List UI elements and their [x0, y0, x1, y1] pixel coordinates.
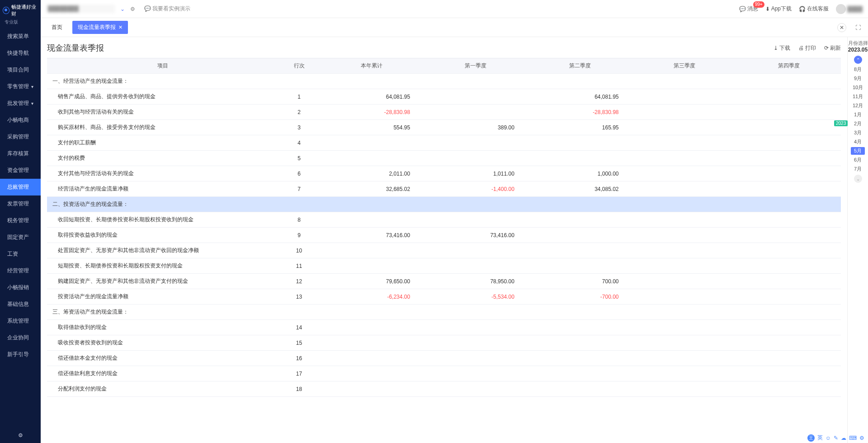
ime-bar: 王 英 ☺ ✎ ☁ ⌨ ⚙ [807, 434, 864, 442]
chat-icon: 💬 [144, 5, 151, 12]
table-row: 收到其他与经营活动有关的现金2-28,830.98-28,830.98 [47, 105, 841, 120]
close-all-tabs-button[interactable]: ✕ [837, 23, 846, 32]
fullscreen-icon[interactable]: ⛶ [854, 23, 863, 32]
gear-icon[interactable]: ⚙ [130, 6, 135, 12]
download-button[interactable]: ⤓下载 [774, 44, 790, 52]
table-row: 取得借款收到的现金14 [47, 320, 841, 335]
col-header: 第二季度 [528, 58, 632, 74]
month-option[interactable]: 1月 [851, 111, 865, 119]
table-row: 一、经营活动产生的现金流量： [47, 74, 841, 89]
col-header: 第一季度 [424, 58, 528, 74]
sidebar-item-8[interactable]: 资金管理 [0, 162, 41, 179]
sidebar-item-2[interactable]: 项目合同 [0, 62, 41, 78]
sidebar-item-9[interactable]: 总账管理 [0, 179, 41, 195]
month-label: 月份选择 [848, 40, 868, 47]
month-option[interactable]: 10月 [851, 84, 865, 91]
download-icon: ⤓ [774, 45, 778, 51]
month-option[interactable]: 4月 [851, 138, 865, 146]
sidebar-item-10[interactable]: 发票管理 [0, 195, 41, 212]
nav-menu: 搜索菜单快捷导航项目合同零售管理▾批发管理▾小畅电商采购管理库存核算资金管理总账… [0, 28, 41, 428]
month-option[interactable]: 11月 [851, 93, 865, 100]
view-demo-link[interactable]: 💬 我要看实例演示 [144, 5, 190, 13]
ime-lang-button[interactable]: 英 [817, 434, 823, 442]
ime-keyboard-icon[interactable]: ⌨ [849, 435, 857, 441]
table-row: 偿还借款本金支付的现金16 [47, 351, 841, 366]
scroll-up-icon[interactable]: ⌃ [854, 56, 862, 64]
sidebar-item-3[interactable]: 零售管理▾ [0, 78, 41, 95]
col-header: 项目 [47, 58, 279, 74]
print-icon: 🖨 [798, 45, 804, 51]
table-row: 经营活动产生的现金流量净额732,685.02-1,400.0034,085.0… [47, 181, 841, 197]
tab-home[interactable]: 首页 [46, 21, 68, 34]
month-option[interactable]: 6月 [851, 156, 865, 164]
sidebar: 畅捷通好业财 专业版 搜索菜单快捷导航项目合同零售管理▾批发管理▾小畅电商采购管… [0, 0, 41, 443]
sidebar-item-19[interactable]: 新手引导 [0, 346, 41, 363]
download-icon: ⬇ [765, 6, 770, 12]
sidebar-item-12[interactable]: 固定资产 [0, 229, 41, 246]
sidebar-item-15[interactable]: 小畅报销 [0, 279, 41, 296]
logo: 畅捷通好业财 [0, 0, 41, 21]
table-row: 购买原材料、商品、接受劳务支付的现金3554.95389.00165.95 [47, 120, 841, 135]
sidebar-item-6[interactable]: 采购管理 [0, 129, 41, 145]
month-option[interactable]: 5月 [851, 147, 865, 155]
topbar: ████████ ⌄ ⚙ 💬 我要看实例演示 💬 消息 99+ ⬇ App下载 [41, 0, 868, 18]
ime-emoji-icon[interactable]: ☺ [826, 435, 831, 441]
app-download-button[interactable]: ⬇ App下载 [765, 5, 792, 13]
avatar [836, 4, 846, 14]
table-row: 支付的税费5 [47, 151, 841, 166]
online-service-button[interactable]: 🎧 在线客服 [799, 5, 829, 13]
month-current: 2023.05 [848, 47, 868, 53]
refresh-button[interactable]: ⟳刷新 [824, 44, 841, 52]
month-option[interactable]: 9月 [851, 75, 865, 82]
ime-cloud-icon[interactable]: ☁ [841, 435, 846, 441]
cashflow-table: 项目行次本年累计第一季度第二季度第三季度第四季度 一、经营活动产生的现金流量：销… [47, 58, 841, 397]
message-badge: 99+ [753, 1, 764, 8]
month-selector-panel: 月份选择 2023.05 ⌃ 2023 8月9月10月11月12月1月2月3月4… [847, 37, 868, 443]
settings-gear-button[interactable]: ⚙ [0, 428, 41, 443]
table-row: 偿还借款利息支付的现金17 [47, 366, 841, 381]
sidebar-item-16[interactable]: 基础信息 [0, 296, 41, 313]
org-selector[interactable]: ████████ [46, 5, 115, 13]
sidebar-item-18[interactable]: 企业协同 [0, 329, 41, 346]
table-row: 收回短期投资、长期债券投资和长期股权投资收到的现金8 [47, 212, 841, 228]
sidebar-item-11[interactable]: 税务管理 [0, 212, 41, 229]
refresh-icon: ⟳ [824, 45, 829, 51]
tab-cashflow-quarterly[interactable]: 现金流量表季报 ✕ [72, 21, 128, 34]
scroll-down-icon[interactable]: ⌄ [854, 175, 862, 183]
month-option[interactable]: 8月 [851, 66, 865, 73]
sidebar-item-5[interactable]: 小畅电商 [0, 112, 41, 129]
ime-edit-icon[interactable]: ✎ [834, 435, 838, 441]
table-row: 短期投资、长期债券投资和长期股权投资支付的现金11 [47, 258, 841, 274]
sidebar-item-17[interactable]: 系统管理 [0, 313, 41, 329]
sidebar-item-4[interactable]: 批发管理▾ [0, 95, 41, 112]
month-option[interactable]: 3月 [851, 129, 865, 137]
brand-edition: 专业版 [0, 19, 41, 28]
month-option[interactable]: 12月 [851, 102, 865, 110]
chevron-down-icon[interactable]: ⌄ [120, 6, 125, 12]
headset-icon: 🎧 [799, 6, 806, 12]
ime-settings-icon[interactable]: ⚙ [859, 435, 864, 441]
col-header: 行次 [279, 58, 320, 74]
sidebar-item-0[interactable]: 搜索菜单 [0, 28, 41, 45]
print-button[interactable]: 🖨打印 [798, 44, 816, 52]
page-title: 现金流量表季报 [47, 43, 104, 53]
ime-indicator-icon[interactable]: 王 [807, 434, 815, 442]
sidebar-item-1[interactable]: 快捷导航 [0, 45, 41, 62]
sidebar-item-13[interactable]: 工资 [0, 246, 41, 262]
table-row: 购建固定资产、无形资产和其他非流动资产支付的现金1279,650.0078,95… [47, 274, 841, 289]
tabs-row: 首页 现金流量表季报 ✕ ✕ ⛶ [41, 18, 868, 37]
table-row: 支付其他与经营活动有关的现金62,011.001,011.001,000.00 [47, 166, 841, 181]
close-icon[interactable]: ✕ [118, 24, 123, 30]
col-header: 第四季度 [736, 58, 841, 74]
sidebar-item-14[interactable]: 经营管理 [0, 262, 41, 279]
messages-button[interactable]: 💬 消息 99+ [739, 5, 758, 13]
table-row: 吸收投资者投资收到的现金15 [47, 335, 841, 351]
user-menu[interactable]: ████ [836, 4, 863, 14]
table-row: 支付的职工薪酬4 [47, 135, 841, 151]
sidebar-item-7[interactable]: 库存核算 [0, 145, 41, 162]
month-option[interactable]: 2月 [851, 120, 865, 128]
col-header: 本年累计 [319, 58, 424, 74]
month-option[interactable]: 7月 [851, 165, 865, 173]
brand-name: 畅捷通好业财 [11, 4, 38, 17]
message-icon: 💬 [739, 6, 746, 12]
